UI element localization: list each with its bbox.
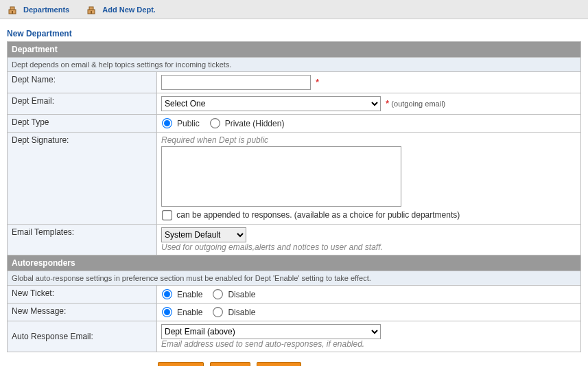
- button-row: Submit Reset Cancel: [7, 352, 581, 366]
- section-heading-autoresponders: Autoresponders: [8, 255, 581, 271]
- new-ticket-disable-label: Disable: [228, 290, 255, 299]
- new-ticket-enable-label: Enable: [177, 290, 202, 299]
- dept-type-public-label: Public: [177, 119, 200, 128]
- label-dept-signature: Dept Signature:: [8, 133, 157, 225]
- svg-rect-2: [12, 11, 13, 14]
- section-sub-autoresponders: Global auto-response settings in prefere…: [8, 271, 581, 286]
- dept-type-public-radio[interactable]: [162, 118, 172, 128]
- signature-append-checkbox[interactable]: [162, 210, 172, 220]
- dept-signature-textarea[interactable]: [161, 146, 401, 207]
- label-email-templates: Email Templates:: [8, 225, 157, 255]
- dept-type-private-radio[interactable]: [210, 118, 220, 128]
- department-form-table: Department Dept depends on email & help …: [7, 41, 581, 352]
- dept-email-hint: (outgoing email): [391, 100, 445, 108]
- dept-icon: [7, 4, 18, 15]
- email-templates-hint: Used for outgoing emails,alerts and noti…: [161, 242, 576, 252]
- label-auto-response-email: Auto Response Email:: [8, 321, 157, 352]
- nav-departments-label: Departments: [23, 5, 69, 14]
- page-title: New Department: [7, 29, 581, 38]
- new-ticket-enable-radio[interactable]: [162, 289, 172, 299]
- signature-required-hint: Required when Dept is public: [161, 135, 576, 145]
- svg-rect-4: [89, 7, 93, 10]
- section-heading-department: Department: [8, 42, 581, 58]
- svg-rect-5: [91, 11, 92, 14]
- top-nav: Departments Add New Dept.: [0, 0, 588, 19]
- new-ticket-disable-radio[interactable]: [213, 289, 223, 299]
- svg-rect-1: [10, 7, 14, 10]
- dept-email-select[interactable]: Select One: [161, 96, 381, 111]
- dept-name-input[interactable]: [161, 75, 311, 90]
- required-marker: *: [316, 78, 319, 87]
- new-message-enable-radio[interactable]: [162, 307, 172, 317]
- nav-add-dept[interactable]: Add New Dept.: [86, 4, 156, 15]
- label-new-ticket: New Ticket:: [8, 286, 157, 304]
- nav-departments[interactable]: Departments: [7, 4, 69, 15]
- email-templates-select[interactable]: System Default: [161, 227, 246, 242]
- auto-response-email-hint: Email address used to send auto-response…: [161, 339, 576, 349]
- label-dept-name: Dept Name:: [8, 72, 157, 93]
- label-new-message: New Message:: [8, 304, 157, 321]
- submit-button[interactable]: Submit: [158, 362, 204, 366]
- new-message-enable-label: Enable: [177, 308, 202, 317]
- dept-type-private-label: Private (Hidden): [225, 119, 285, 128]
- new-message-disable-radio[interactable]: [213, 307, 223, 317]
- label-dept-type: Dept Type: [8, 115, 157, 133]
- nav-add-dept-label: Add New Dept.: [102, 5, 156, 14]
- label-dept-email: Dept Email:: [8, 93, 157, 115]
- reset-button[interactable]: Reset: [210, 362, 250, 366]
- new-message-disable-label: Disable: [228, 308, 255, 317]
- signature-append-label: can be appended to responses. (available…: [176, 210, 460, 220]
- dept-icon: [86, 4, 97, 15]
- section-sub-department: Dept depends on email & help topics sett…: [8, 58, 581, 72]
- cancel-button[interactable]: Cancel: [257, 362, 301, 366]
- required-marker: *: [386, 99, 389, 108]
- auto-response-email-select[interactable]: Dept Email (above): [161, 324, 381, 339]
